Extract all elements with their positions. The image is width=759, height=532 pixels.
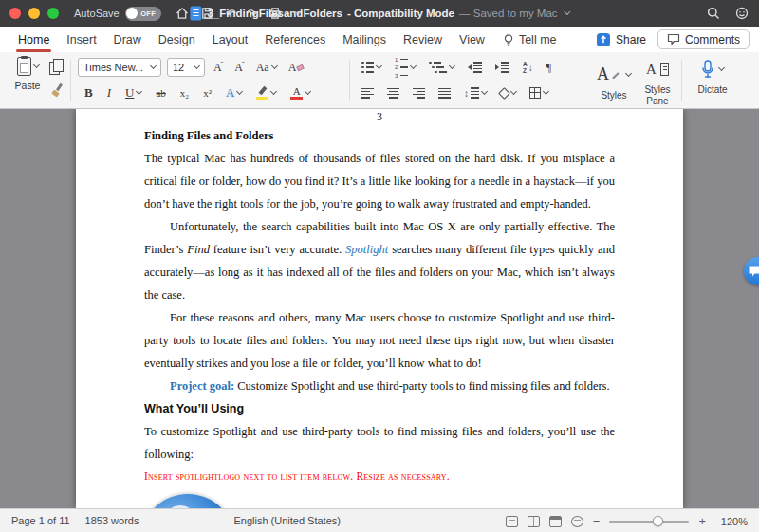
zoom-level-text[interactable]: 120% <box>715 516 748 527</box>
chevron-down-icon <box>236 88 243 95</box>
spotlight-logo-image[interactable] <box>140 494 235 508</box>
read-mode-view-icon[interactable] <box>571 516 583 527</box>
sort-button[interactable]: AZ↓ <box>520 58 536 77</box>
word-window: AutoSave OFF ↶ ↷ 3_FindingFilesandFolder… <box>0 0 759 532</box>
tab-mailings[interactable]: Mailings <box>334 27 395 52</box>
doc-paragraph-1[interactable]: The typical Mac has hundreds of thousand… <box>144 147 615 215</box>
font-name-select[interactable]: Times New... <box>78 58 161 77</box>
styles-pane-button[interactable]: A Styles Pane <box>636 57 679 106</box>
chevron-down-icon <box>410 63 417 69</box>
doc-paragraph-5[interactable]: To customize Spotlight and use third-par… <box>144 420 615 466</box>
chevron-down-icon <box>150 63 157 69</box>
chevron-down-icon <box>543 88 549 95</box>
home-icon[interactable] <box>175 6 190 21</box>
font-size-value: 12 <box>173 62 184 73</box>
project-goal-label: Project goal: <box>170 379 234 393</box>
document-page[interactable]: 3 Finding Files and Folders The typical … <box>76 109 683 508</box>
bullet-list-button[interactable] <box>359 58 384 77</box>
focus-view-icon[interactable] <box>506 516 518 527</box>
underline-button[interactable]: U <box>122 83 144 102</box>
doc-editor-note-red[interactable]: Insert spotlightlogo next to list item b… <box>144 466 615 486</box>
change-case-button[interactable]: Aa <box>253 58 280 77</box>
tab-tell-me[interactable]: Tell me <box>493 27 565 52</box>
close-button[interactable] <box>9 8 21 19</box>
strikethrough-button[interactable]: ab <box>153 83 168 102</box>
clear-formatting-button[interactable]: A <box>286 58 307 77</box>
tab-design[interactable]: Design <box>150 27 204 52</box>
zoom-slider-knob[interactable] <box>653 516 663 526</box>
dictate-button[interactable]: Dictate <box>691 57 734 96</box>
superscript-button[interactable]: x² <box>200 83 214 102</box>
highlight-button[interactable] <box>253 83 279 102</box>
document-body: Finding Files and Folders The typical Ma… <box>144 124 615 486</box>
autosave-toggle[interactable]: OFF <box>125 7 161 21</box>
feedback-smiley-icon[interactable] <box>734 6 750 21</box>
tab-view[interactable]: View <box>451 27 493 52</box>
comment-indicator-bubble[interactable] <box>744 257 759 285</box>
show-paragraph-marks-button[interactable]: ¶ <box>544 58 554 77</box>
align-center-button[interactable] <box>384 83 402 102</box>
subscript-button[interactable]: x₂ <box>177 83 192 102</box>
font-size-select[interactable]: 12 <box>167 58 205 77</box>
font-group-row1: Times New... 12 Aˆ Aˇ Aa A <box>78 58 306 77</box>
tab-layout[interactable]: Layout <box>204 27 257 52</box>
line-spacing-button[interactable]: ↕ <box>461 83 490 102</box>
fullscreen-button[interactable] <box>47 8 59 19</box>
share-button[interactable]: Share <box>596 32 646 47</box>
tab-home[interactable]: Home <box>9 27 58 52</box>
multilevel-list-button[interactable] <box>426 58 457 77</box>
web-layout-view-icon[interactable] <box>549 516 562 527</box>
copy-icon[interactable] <box>49 59 64 74</box>
shrink-font-button[interactable]: Aˇ <box>231 58 247 77</box>
titlebar-right <box>706 6 750 21</box>
numbered-list-button[interactable]: 123 <box>392 58 418 77</box>
tab-draw[interactable]: Draw <box>105 27 150 52</box>
doc-heading-what-youll-using[interactable]: What You’ll Using <box>144 397 615 420</box>
tab-review[interactable]: Review <box>395 27 451 52</box>
align-left-button[interactable] <box>359 83 377 102</box>
language-status[interactable]: English (United States) <box>233 515 341 526</box>
indent-arrow-icon <box>495 64 499 70</box>
doc-paragraph-3[interactable]: For these reasons and others, many Mac u… <box>144 306 615 375</box>
microphone-icon <box>701 60 714 79</box>
document-title[interactable]: 3_FindingFilesandFolders - Compatibility… <box>189 0 569 27</box>
zoom-in-button[interactable]: + <box>698 515 706 527</box>
tab-insert[interactable]: Insert <box>58 27 104 52</box>
zoom-out-button[interactable]: − <box>593 515 601 527</box>
bold-button[interactable]: B <box>82 83 96 102</box>
zoom-slider[interactable] <box>609 521 689 523</box>
borders-grid-icon <box>529 87 541 99</box>
divider <box>70 60 71 101</box>
align-right-button[interactable] <box>410 83 428 102</box>
increase-indent-button[interactable] <box>492 58 512 77</box>
justify-button[interactable] <box>435 83 454 102</box>
tab-references[interactable]: References <box>256 27 334 52</box>
page-count-status[interactable]: Page 1 of 11 <box>11 515 70 526</box>
chevron-down-icon <box>718 64 725 71</box>
minimize-button[interactable] <box>28 8 40 19</box>
comments-button[interactable]: Comments <box>657 29 750 49</box>
chevron-down-icon <box>481 88 488 95</box>
font-color-button[interactable]: A <box>287 83 313 102</box>
sort-a-glyph: A <box>523 61 528 67</box>
paste-button[interactable]: Paste <box>9 57 46 91</box>
doc-paragraph-project-goal[interactable]: Project goal: Customize Spotlight and us… <box>144 375 615 397</box>
decrease-indent-button[interactable] <box>465 58 485 77</box>
tab-label: Tell me <box>519 33 557 46</box>
styles-button[interactable]: A Styles <box>592 63 636 101</box>
word-count-status[interactable]: 1853 words <box>85 515 139 526</box>
doc-paragraph-2[interactable]: Unfortunately, the search capabilities b… <box>144 215 615 306</box>
italic-button[interactable]: I <box>104 83 114 102</box>
search-icon[interactable] <box>706 6 721 21</box>
doc-heading-finding-files[interactable]: Finding Files and Folders <box>144 124 615 147</box>
shading-button[interactable] <box>497 83 519 102</box>
document-area: 3 Finding Files and Folders The typical … <box>0 109 759 508</box>
print-layout-view-icon[interactable] <box>528 516 540 527</box>
borders-button[interactable] <box>527 83 551 102</box>
grow-font-button[interactable]: Aˆ <box>211 58 226 77</box>
tab-label: Draw <box>114 33 141 46</box>
caret-down-icon: ˇ <box>242 60 245 68</box>
text-effects-button[interactable]: A <box>223 83 245 102</box>
chevron-down-icon <box>271 63 278 69</box>
format-painter-icon[interactable] <box>50 83 64 98</box>
